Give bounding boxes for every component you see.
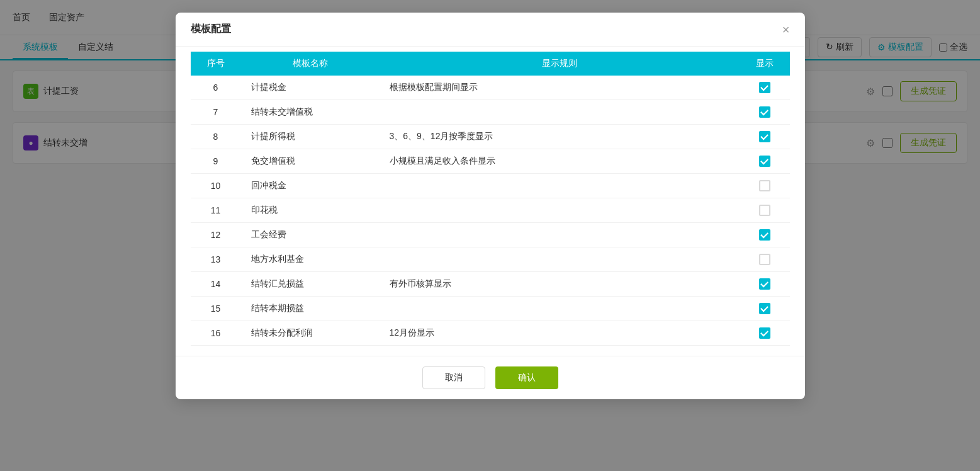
checkbox-checked[interactable]	[759, 303, 770, 314]
table-row: 7结转未交增值税	[191, 100, 790, 125]
table-row: 14结转汇兑损益有外币核算显示	[191, 272, 790, 297]
td-name: 结转汇兑损益	[241, 272, 380, 297]
td-check	[740, 149, 790, 174]
checkbox-checked[interactable]	[759, 327, 770, 339]
td-name: 印花税	[241, 198, 380, 223]
table-row: 16结转未分配利润12月份显示	[191, 321, 790, 346]
td-index: 6	[191, 76, 241, 100]
td-rule: 有外币核算显示	[380, 272, 740, 297]
td-rule: 3、6、9、12月按季度显示	[380, 125, 740, 149]
td-check	[740, 321, 790, 346]
td-name: 计提所得税	[241, 125, 380, 149]
table-header-row: 序号 模板名称 显示规则 显示	[191, 52, 790, 76]
td-rule: 根据模板配置期间显示	[380, 76, 740, 100]
td-rule	[380, 247, 740, 272]
th-name: 模板名称	[241, 52, 380, 76]
td-check	[740, 76, 790, 100]
td-index: 16	[191, 321, 241, 346]
background-page: 首页 固定资产 系统模板 自定义结 测算金额 ▶ 视频 ↻ 刷新 ⚙ 模板配置 …	[0, 0, 980, 471]
confirm-button[interactable]: 确认	[495, 366, 558, 389]
td-index: 12	[191, 223, 241, 247]
checkbox-unchecked[interactable]	[759, 254, 770, 265]
checkbox-checked[interactable]	[759, 229, 770, 241]
td-index: 7	[191, 100, 241, 125]
checkbox-container	[750, 205, 780, 216]
checkbox-checked[interactable]	[759, 156, 770, 167]
checkbox-container	[750, 180, 780, 191]
td-index: 9	[191, 149, 241, 174]
td-rule	[380, 198, 740, 223]
checkbox-container	[750, 327, 780, 339]
table-row: 9免交增值税小规模且满足收入条件显示	[191, 149, 790, 174]
td-name: 计提税金	[241, 76, 380, 100]
modal-footer: 取消 确认	[176, 356, 805, 399]
modal-close-button[interactable]: ×	[782, 23, 790, 36]
td-name: 免交增值税	[241, 149, 380, 174]
checkbox-unchecked[interactable]	[759, 205, 770, 216]
td-name: 结转本期损益	[241, 297, 380, 321]
td-check	[740, 297, 790, 321]
td-rule	[380, 100, 740, 125]
modal-body: 序号 模板名称 显示规则 显示 6计提税金根据模板配置期间显示7结转未交增值税8…	[176, 47, 805, 356]
th-index: 序号	[191, 52, 241, 76]
td-rule: 12月份显示	[380, 321, 740, 346]
checkbox-container	[750, 254, 780, 265]
cancel-button[interactable]: 取消	[422, 366, 485, 389]
table-row: 11印花税	[191, 198, 790, 223]
td-rule: 小规模且满足收入条件显示	[380, 149, 740, 174]
checkbox-container	[750, 303, 780, 314]
td-check	[740, 247, 790, 272]
modal-title: 模板配置	[191, 23, 231, 36]
modal-header: 模板配置 ×	[176, 13, 805, 47]
table-row: 13地方水利基金	[191, 247, 790, 272]
checkbox-container	[750, 106, 780, 118]
td-name: 结转未交增值税	[241, 100, 380, 125]
td-name: 结转未分配利润	[241, 321, 380, 346]
checkbox-checked[interactable]	[759, 106, 770, 118]
table-body: 6计提税金根据模板配置期间显示7结转未交增值税8计提所得税3、6、9、12月按季…	[191, 76, 790, 346]
td-index: 15	[191, 297, 241, 321]
td-check	[740, 125, 790, 149]
td-check	[740, 223, 790, 247]
table-row: 10回冲税金	[191, 174, 790, 198]
checkbox-checked[interactable]	[759, 131, 770, 142]
table-row: 8计提所得税3、6、9、12月按季度显示	[191, 125, 790, 149]
config-table: 序号 模板名称 显示规则 显示 6计提税金根据模板配置期间显示7结转未交增值税8…	[191, 52, 790, 346]
checkbox-container	[750, 229, 780, 241]
checkbox-checked[interactable]	[759, 82, 770, 93]
td-check	[740, 100, 790, 125]
td-rule	[380, 174, 740, 198]
td-index: 10	[191, 174, 241, 198]
td-index: 8	[191, 125, 241, 149]
td-index: 11	[191, 198, 241, 223]
td-name: 工会经费	[241, 223, 380, 247]
table-row: 15结转本期损益	[191, 297, 790, 321]
td-name: 地方水利基金	[241, 247, 380, 272]
td-name: 回冲税金	[241, 174, 380, 198]
checkbox-container	[750, 156, 780, 167]
table-row: 12工会经费	[191, 223, 790, 247]
table-row: 6计提税金根据模板配置期间显示	[191, 76, 790, 100]
checkbox-container	[750, 278, 780, 290]
modal-overlay: 模板配置 × 序号 模板名称 显示规则 显示 6计提税金根据模板配置期间显示7结…	[0, 0, 980, 471]
modal-template-config: 模板配置 × 序号 模板名称 显示规则 显示 6计提税金根据模板配置期间显示7结…	[176, 13, 805, 399]
checkbox-container	[750, 131, 780, 142]
td-check	[740, 198, 790, 223]
td-rule	[380, 297, 740, 321]
checkbox-container	[750, 82, 780, 93]
checkbox-checked[interactable]	[759, 278, 770, 290]
th-display: 显示	[740, 52, 790, 76]
td-check	[740, 272, 790, 297]
th-rule: 显示规则	[380, 52, 740, 76]
td-check	[740, 174, 790, 198]
td-index: 13	[191, 247, 241, 272]
td-rule	[380, 223, 740, 247]
checkbox-unchecked[interactable]	[759, 180, 770, 191]
td-index: 14	[191, 272, 241, 297]
